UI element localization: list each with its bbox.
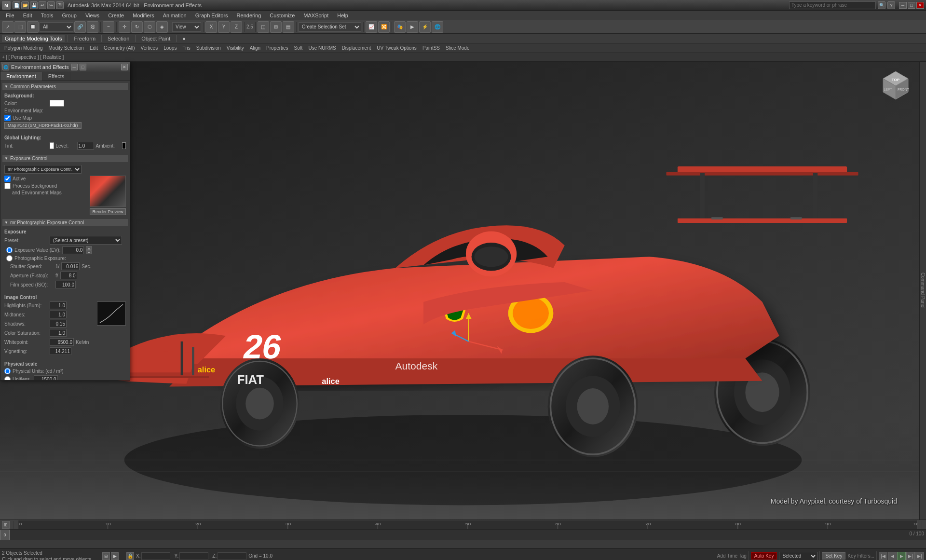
exposure-control-header[interactable]: Exposure Control: [2, 155, 128, 162]
curve-editor[interactable]: 📈: [366, 21, 377, 33]
goto-end-btn[interactable]: ▶|: [915, 552, 924, 560]
select-and-move[interactable]: ✛: [119, 21, 130, 33]
render-frame[interactable]: ▶: [407, 21, 418, 33]
whitepoint-input[interactable]: [50, 338, 74, 346]
search-icon[interactable]: 🔍: [878, 1, 885, 9]
color-sat-input[interactable]: [50, 329, 67, 337]
selection-tab[interactable]: Selection: [105, 35, 132, 42]
bg-color-swatch[interactable]: [50, 100, 64, 107]
phys-units-radio[interactable]: [4, 368, 11, 374]
ev-input[interactable]: [62, 246, 84, 254]
select-obj[interactable]: 🔲: [27, 21, 39, 33]
prev-frame-btn[interactable]: ◀: [888, 552, 897, 560]
info-icon[interactable]: ?: [887, 1, 895, 9]
move-constraints[interactable]: X: [205, 21, 217, 33]
visibility[interactable]: Visibility: [224, 45, 246, 51]
lock-icon[interactable]: 🔒: [126, 552, 134, 560]
x-input[interactable]: [141, 552, 170, 560]
render-preview-btn[interactable]: Render Preview: [90, 208, 125, 215]
preset-dropdown[interactable]: (Select a preset): [50, 236, 122, 245]
unitless-radio[interactable]: [4, 376, 11, 381]
vp-play[interactable]: ▶: [111, 552, 119, 560]
vp-toggle[interactable]: ⊞: [102, 552, 110, 560]
paintss[interactable]: PaintSS: [420, 45, 442, 51]
panel-maximize[interactable]: □: [80, 64, 86, 70]
next-frame-btn[interactable]: ▶|: [906, 552, 915, 560]
align[interactable]: Align: [247, 45, 263, 51]
undo-icon[interactable]: ↩: [39, 1, 46, 9]
photo-radio[interactable]: [6, 255, 13, 261]
env-effects[interactable]: 🌐: [432, 21, 443, 33]
menu-help[interactable]: Help: [333, 12, 352, 19]
use-nurms[interactable]: Use NURMS: [306, 45, 338, 51]
menu-maxscript[interactable]: MAXScript: [300, 12, 332, 19]
filter-dropdown[interactable]: All: [40, 22, 73, 32]
align-tool[interactable]: ⊞: [270, 21, 282, 33]
use-map-checkbox[interactable]: [4, 115, 11, 121]
shutter-input[interactable]: [61, 262, 80, 270]
subdivision[interactable]: Subdivision: [194, 45, 223, 51]
tab-environment[interactable]: Environment: [0, 72, 42, 81]
tab-effects[interactable]: Effects: [42, 72, 70, 81]
mirror-tool[interactable]: ◫: [258, 21, 269, 33]
freeform-tab[interactable]: Freeform: [71, 35, 98, 42]
menu-customize[interactable]: Customize: [266, 12, 299, 19]
graphite-modeling-tools[interactable]: Graphite Modeling Tools: [2, 35, 65, 42]
object-paint-tab[interactable]: Object Paint: [138, 35, 173, 42]
ev-up[interactable]: ▲: [86, 246, 92, 250]
nav-cube[interactable]: TOP FRONT LEFT: [880, 69, 912, 101]
active-checkbox[interactable]: [4, 176, 11, 182]
ev-down[interactable]: ▼: [86, 250, 92, 254]
soft[interactable]: Soft: [292, 45, 305, 51]
unlink[interactable]: ⛓: [87, 21, 98, 33]
layer-tool[interactable]: ▤: [283, 21, 294, 33]
timeline-scrubber[interactable]: 0 0 / 100: [0, 530, 926, 540]
redo-icon[interactable]: ↪: [47, 1, 55, 9]
menu-rendering[interactable]: Rendering: [233, 12, 265, 19]
common-params-header[interactable]: Common Parameters: [2, 83, 128, 90]
goto-start-btn[interactable]: |◀: [879, 552, 887, 560]
z-input[interactable]: [218, 552, 246, 560]
minimize-button[interactable]: ─: [899, 2, 907, 9]
render-icon[interactable]: 🎬: [56, 1, 64, 9]
ambient-swatch[interactable]: [122, 142, 126, 149]
save-icon[interactable]: 💾: [30, 1, 38, 9]
expand-btn[interactable]: ●: [179, 35, 189, 42]
tint-swatch[interactable]: [50, 142, 54, 149]
play-btn[interactable]: ▶: [897, 552, 906, 560]
select-and-scale[interactable]: ⬡: [144, 21, 155, 33]
modify-selection[interactable]: Modify Selection: [46, 45, 86, 51]
quick-render[interactable]: ⚡: [419, 21, 431, 33]
restore-button[interactable]: □: [908, 2, 915, 9]
vignetting-input[interactable]: [50, 347, 71, 355]
render-setup[interactable]: 🎭: [394, 21, 406, 33]
edit[interactable]: Edit: [87, 45, 100, 51]
timeline-ruler[interactable]: 0 10 20 30 40 50 60 70 80: [18, 520, 918, 529]
menu-file[interactable]: File: [2, 12, 18, 19]
bind-to-space-warp[interactable]: ~: [103, 21, 114, 33]
menu-views[interactable]: Views: [82, 12, 103, 19]
exposure-type-dropdown[interactable]: mr Photographic Exposure Contr...: [4, 165, 82, 174]
select-region[interactable]: ⬚: [14, 21, 26, 33]
view-dropdown[interactable]: View: [172, 22, 201, 32]
select-link[interactable]: 🔗: [74, 21, 86, 33]
y-input[interactable]: [179, 552, 208, 560]
highlights-input[interactable]: [50, 301, 67, 309]
map-name-btn[interactable]: Map #142 (SM_HDRI-Pack1-03.hdr): [4, 122, 82, 129]
viewport-mode-btn[interactable]: ⊞: [2, 521, 10, 529]
select-tool[interactable]: ↗: [2, 21, 14, 33]
selected-dropdown[interactable]: Selected: [779, 552, 817, 560]
move-constraints-y[interactable]: Y: [218, 21, 230, 33]
tris[interactable]: Tris: [180, 45, 192, 51]
level-input[interactable]: [77, 142, 94, 150]
place-highlight[interactable]: ◈: [156, 21, 168, 33]
menu-group[interactable]: Group: [58, 12, 81, 19]
mr-photo-header[interactable]: mr Photographic Exposure Control: [2, 219, 128, 226]
slice-mode[interactable]: Slice Mode: [443, 45, 472, 51]
vertices[interactable]: Vertices: [138, 45, 161, 51]
polygon-modeling[interactable]: Polygon Modeling: [2, 45, 45, 51]
menu-edit[interactable]: Edit: [19, 12, 36, 19]
scrubber-handle[interactable]: 0: [0, 530, 10, 540]
close-button[interactable]: ✕: [916, 2, 924, 9]
set-key-btn[interactable]: Set Key: [822, 552, 845, 560]
